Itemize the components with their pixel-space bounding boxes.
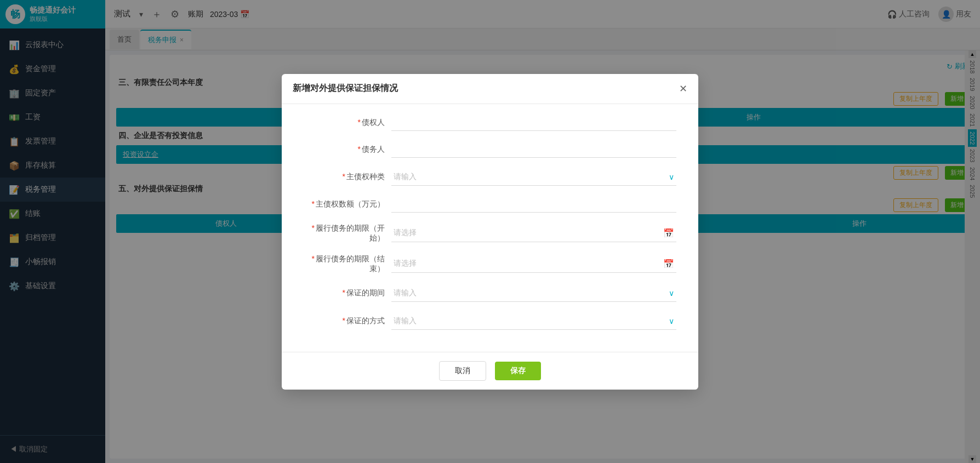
claim-amount-label: *主债权数额（万元） (304, 199, 391, 209)
creditor-label: *债权人 (304, 118, 391, 128)
form-row-creditor: *债权人 (304, 115, 676, 131)
modal-close-button[interactable]: ✕ (679, 83, 687, 95)
save-button[interactable]: 保存 (495, 362, 541, 380)
guarantee-method-label: *保证的方式 (304, 316, 391, 326)
guarantee-period-select[interactable]: 请输入 ∨ (391, 285, 676, 302)
form-row-claim-type: *主债权种类 请输入 ∨ (304, 169, 676, 186)
period-start-label: *履行债务的期限（开始） (304, 224, 391, 243)
form-row-period-start: *履行债务的期限（开始） 请选择 📅 (304, 224, 676, 243)
form-row-debtor: *债务人 (304, 142, 676, 158)
cancel-button[interactable]: 取消 (439, 361, 486, 381)
creditor-input[interactable] (391, 115, 676, 131)
modal-title: 新增对外提供保证担保情况 (293, 83, 398, 94)
modal-overlay: 新增对外提供保证担保情况 ✕ *债权人 *债务人 *主债权种类 (0, 0, 980, 463)
debtor-input[interactable] (391, 142, 676, 158)
modal-footer: 取消 保存 (282, 352, 698, 390)
modal-body: *债权人 *债务人 *主债权种类 请输入 ∨ (282, 104, 698, 352)
period-end-calendar-icon: 📅 (663, 259, 674, 269)
guarantee-method-select[interactable]: 请输入 ∨ (391, 313, 676, 330)
claim-type-dropdown-icon: ∨ (669, 173, 674, 181)
form-row-guarantee-method: *保证的方式 请输入 ∨ (304, 313, 676, 330)
claim-amount-input[interactable] (391, 197, 676, 213)
guarantee-period-dropdown-icon: ∨ (669, 289, 674, 298)
guarantee-method-dropdown-icon: ∨ (669, 317, 674, 325)
guarantee-period-label: *保证的期间 (304, 288, 391, 298)
claim-type-label: *主债权种类 (304, 172, 391, 182)
period-start-calendar-icon: 📅 (663, 228, 674, 238)
form-row-claim-amount: *主债权数额（万元） (304, 197, 676, 213)
form-row-period-end: *履行债务的期限（结束） 请选择 📅 (304, 254, 676, 274)
claim-type-select[interactable]: 请输入 ∨ (391, 169, 676, 186)
period-start-picker[interactable]: 请选择 📅 (391, 225, 676, 242)
period-end-label: *履行债务的期限（结束） (304, 254, 391, 274)
form-row-guarantee-period: *保证的期间 请输入 ∨ (304, 285, 676, 302)
period-end-picker[interactable]: 请选择 📅 (391, 255, 676, 273)
modal-header: 新增对外提供保证担保情况 ✕ (282, 74, 698, 104)
debtor-label: *债务人 (304, 145, 391, 155)
modal-dialog: 新增对外提供保证担保情况 ✕ *债权人 *债务人 *主债权种类 (282, 74, 698, 390)
